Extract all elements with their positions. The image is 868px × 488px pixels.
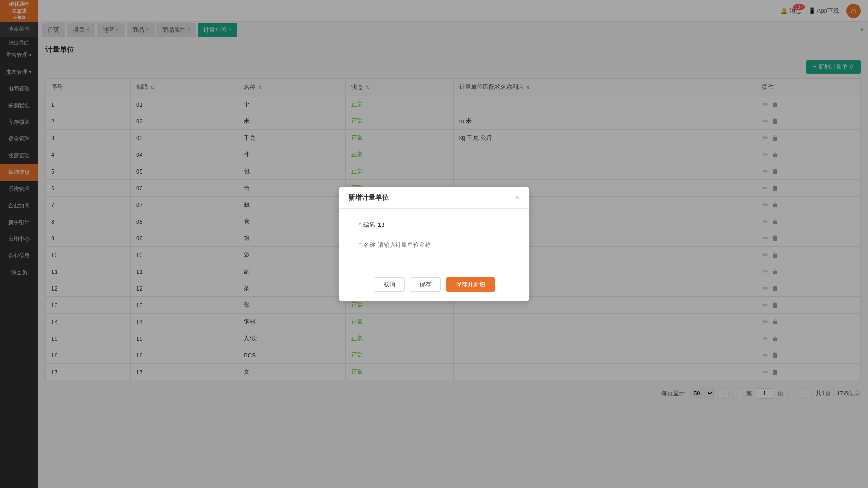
name-input[interactable] <box>375 239 520 250</box>
required-mark: * <box>359 221 361 228</box>
modal-close-button[interactable]: × <box>516 194 520 202</box>
modal-body: * 编码 * 名称 <box>339 209 529 270</box>
save-and-new-button[interactable]: 保存并新增 <box>446 277 495 292</box>
form-row-code: * 编码 <box>348 220 520 230</box>
cancel-button[interactable]: 取消 <box>374 277 405 292</box>
form-row-name: * 名称 <box>348 239 520 250</box>
required-mark: * <box>359 241 361 248</box>
add-unit-modal: 新增计量单位 × * 编码 * 名称 取消 保存 保存并新增 <box>339 187 529 301</box>
save-button[interactable]: 保存 <box>410 277 441 292</box>
modal-title: 新增计量单位 <box>348 193 389 202</box>
modal-header: 新增计量单位 × <box>339 187 529 209</box>
name-label: * 名称 <box>348 241 375 249</box>
code-label: * 编码 <box>348 221 375 229</box>
code-input[interactable] <box>375 220 520 230</box>
modal-overlay[interactable]: 新增计量单位 × * 编码 * 名称 取消 保存 保存并新增 <box>0 0 868 488</box>
modal-footer: 取消 保存 保存并新增 <box>339 270 529 301</box>
